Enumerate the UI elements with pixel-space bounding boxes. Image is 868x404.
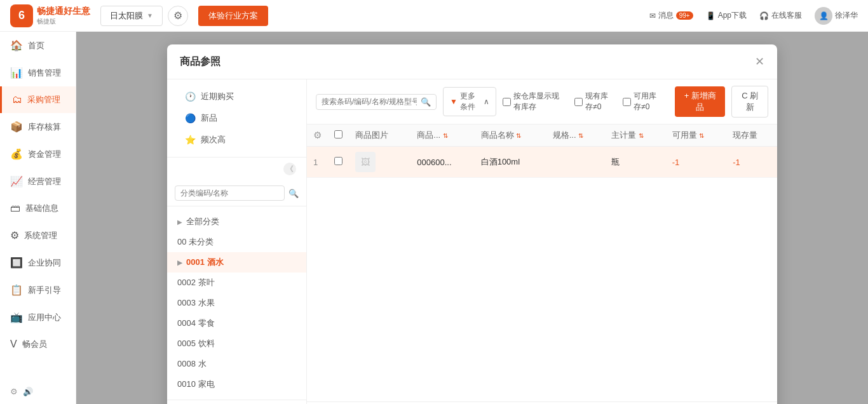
modal-title: 商品参照 (180, 55, 220, 69)
left-nav-frequent-label: 频次高 (201, 134, 226, 145)
sidebar-item-stock[interactable]: 📦 库存核算 (0, 113, 76, 140)
category-search-input[interactable] (175, 185, 285, 201)
checkbox-warehouse-stock[interactable]: 按仓库显示现有库存 (503, 91, 566, 112)
product-search-input[interactable] (322, 97, 417, 106)
product-table-container: ⚙ 商品图片 商品... ⇅ 商品名称 ⇅ (307, 125, 777, 401)
sidebar-item-finance[interactable]: 💰 资金管理 (0, 140, 76, 168)
sidebar-item-home[interactable]: 🏠 首页 (0, 32, 76, 59)
filter-arrow: ∧ (484, 97, 489, 106)
cat-snack[interactable]: 0004 零食 (167, 313, 306, 333)
sidebar-item-basic[interactable]: 🗃 基础信息 (0, 195, 76, 222)
cat-tea[interactable]: 0002 茶叶 (167, 273, 306, 293)
filter-icon: ▼ (450, 97, 458, 106)
col-name-header[interactable]: 商品名称 ⇅ (475, 125, 546, 147)
cat-water-label: 0008 水 (177, 358, 207, 370)
left-nav-frequent[interactable]: ⭐ 频次高 (175, 129, 299, 151)
operations-icon: 📈 (10, 175, 23, 187)
cat-liquor[interactable]: ▶ 0001 酒水 (167, 252, 306, 273)
top-nav: 6 畅捷通好生意 畅捷版 日太阳膜 ▼ ⚙ 体验行业方案 ✉ 消息 99+ 📱 … (0, 0, 868, 32)
app-download-button[interactable]: 📱 App下载 (706, 10, 747, 21)
cat-water[interactable]: 0008 水 (167, 354, 306, 374)
cat-all[interactable]: ▶ 全部分类 (167, 212, 306, 232)
filter-button[interactable]: ▼ 更多条件 ∧ (443, 87, 496, 116)
left-nav-new[interactable]: 🔵 新品 (175, 107, 299, 129)
select-all-checkbox[interactable] (334, 130, 342, 138)
sidebar-item-member[interactable]: V 畅会员 (0, 331, 76, 358)
checkbox-warehouse-input[interactable] (503, 98, 511, 106)
sidebar-item-apps[interactable]: 📺 应用中心 (0, 304, 76, 331)
settings-button[interactable]: ⚙ (168, 6, 188, 26)
table-header-row: ⚙ 商品图片 商品... ⇅ 商品名称 ⇅ (307, 125, 777, 147)
left-panel: 🕐 近期购买 🔵 新品 ⭐ 频次高 《 (167, 79, 307, 404)
cat-uncategorized[interactable]: 00 未分类 (167, 232, 306, 252)
row-checkbox[interactable] (328, 147, 349, 178)
demo-button[interactable]: 体验行业方案 (198, 6, 268, 26)
selector-arrow: ▼ (147, 12, 153, 19)
col-code-header[interactable]: 商品... ⇅ (410, 125, 474, 147)
sidebar-label-operations: 经营管理 (28, 176, 61, 187)
row-stock: -1 (726, 147, 777, 178)
add-product-button[interactable]: + 新增商品 (675, 86, 725, 117)
message-button[interactable]: ✉ 消息 99+ (649, 10, 693, 21)
col-available-header[interactable]: 可用量 ⇅ (666, 125, 726, 147)
message-icon: ✉ (649, 11, 656, 20)
speaker-icon: 🔊 (23, 387, 33, 396)
col-settings[interactable]: ⚙ (307, 125, 328, 147)
table-row[interactable]: 1 🖼 000600... 白酒100ml (307, 147, 777, 178)
sidebar-item-guide[interactable]: 📋 新手引导 (0, 276, 76, 304)
toolbar: 🔍 ▼ 更多条件 ∧ 按仓库显示现有库存 (307, 79, 777, 125)
message-label: 消息 (658, 10, 674, 21)
col-spec-sort: ⇅ (578, 132, 583, 139)
checkbox-warehouse-label: 按仓库显示现有库存 (513, 91, 566, 112)
sidebar-item-sales[interactable]: 📊 销售管理 (0, 59, 76, 86)
online-service-button[interactable]: 🎧 在线客服 (759, 10, 802, 21)
cat-uncategorized-label: 00 未分类 (177, 236, 214, 248)
img-placeholder-icon: 🖼 (361, 157, 370, 167)
sidebar-label-finance: 资金管理 (28, 149, 61, 160)
sidebar: 🏠 首页 📊 销售管理 🗂 采购管理 📦 库存核算 💰 资金管理 📈 经营管理 … (0, 32, 76, 404)
user-area[interactable]: 👤 徐泽华 (815, 7, 858, 25)
refresh-button[interactable]: C 刷新 (731, 86, 768, 118)
row-image: 🖼 (349, 147, 410, 178)
username: 徐泽华 (835, 10, 858, 21)
checkbox-available-label: 可用库存≠0 (634, 91, 662, 112)
col-available-sort: ⇅ (699, 132, 704, 139)
modal-close-button[interactable]: ✕ (755, 55, 764, 69)
modal-header: 商品参照 ✕ (167, 44, 777, 79)
sidebar-bottom[interactable]: ⚙ 🔊 (0, 379, 76, 404)
left-nav: 🕐 近期购买 🔵 新品 ⭐ 频次高 (167, 86, 306, 158)
nav-right: ✉ 消息 99+ 📱 App下载 🎧 在线客服 👤 徐泽华 (649, 7, 858, 25)
store-selector[interactable]: 日太阳膜 ▼ (100, 6, 163, 26)
cat-tea-label: 0002 茶叶 (177, 277, 215, 288)
cat-appliance[interactable]: 0010 家电 (167, 374, 306, 394)
basic-icon: 🗃 (10, 203, 20, 214)
collapse-button[interactable]: 《 (283, 163, 296, 175)
left-nav-recent[interactable]: 🕐 近期购买 (175, 86, 299, 107)
cat-drink[interactable]: 0005 饮料 (167, 333, 306, 354)
cat-fruit[interactable]: 0003 水果 (167, 293, 306, 313)
logo-main: 畅捷通好生意 (37, 6, 90, 17)
col-available-label: 可用量 (672, 130, 697, 140)
checkbox-available-input[interactable] (623, 98, 631, 106)
col-spec-header[interactable]: 规格... ⇅ (546, 125, 606, 147)
sidebar-item-enterprise[interactable]: 🔲 企业协同 (0, 249, 76, 276)
cat-drink-label: 0005 饮料 (177, 338, 215, 349)
sidebar-label-stock: 库存核算 (28, 121, 61, 133)
sidebar-item-purchase[interactable]: 🗂 采购管理 (0, 86, 76, 113)
col-unit-header[interactable]: 主计量 ⇅ (605, 125, 665, 147)
category-search-icon[interactable]: 🔍 (288, 189, 299, 198)
col-checkbox-header[interactable] (328, 125, 349, 147)
checkbox-available-stock[interactable]: 可用库存≠0 (623, 91, 662, 112)
col-code-sort: ⇅ (443, 132, 448, 139)
enterprise-icon: 🔲 (10, 257, 23, 269)
product-table: ⚙ 商品图片 商品... ⇅ 商品名称 ⇅ (307, 125, 777, 178)
sidebar-item-system[interactable]: ⚙ 系统管理 (0, 222, 76, 249)
sidebar-label-guide: 新手引导 (28, 285, 61, 296)
sidebar-label-apps: 应用中心 (28, 312, 61, 323)
col-unit-label: 主计量 (611, 130, 636, 140)
checkbox-nonzero-stock[interactable]: 现有库存≠0 (574, 91, 614, 112)
row-unit: 瓶 (605, 147, 665, 178)
product-search-icon[interactable]: 🔍 (421, 97, 431, 107)
checkbox-nonzero-input[interactable] (574, 98, 583, 106)
sidebar-item-operations[interactable]: 📈 经营管理 (0, 168, 76, 195)
